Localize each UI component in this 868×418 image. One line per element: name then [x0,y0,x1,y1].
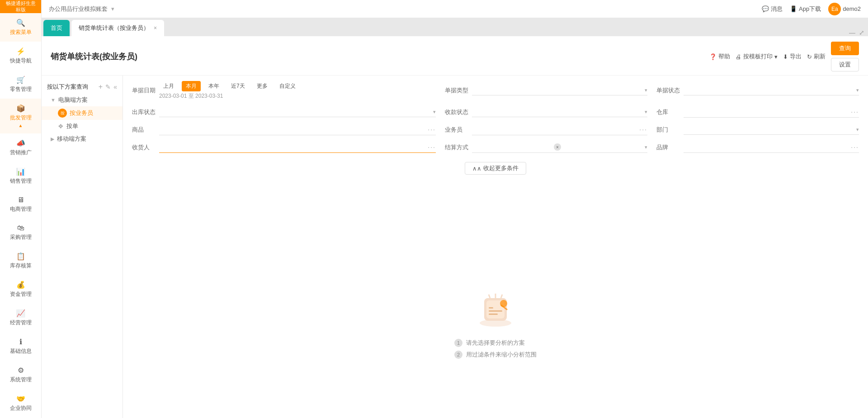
sidebar-item-finance[interactable]: 💰 资金管理 [0,275,41,304]
user-menu[interactable]: Ea demo2 [828,3,861,15]
panel-tree-single-item[interactable]: ❖ 按单 [42,120,123,133]
empty-hints: 1 请先选择要分析的方案 2 用过滤条件来缩小分析范围 [454,339,537,359]
export-label: 导出 [790,52,802,61]
print-label: 按模板打印 [743,52,773,61]
sidebar-item-ecommerce[interactable]: 🖥 电商管理 [0,190,41,218]
sidebar-item-basics[interactable]: ℹ 基础信息 [0,332,41,361]
panel-mobile-section[interactable]: ▶ 移动端方案 [42,133,123,145]
sidebar-item-purchase[interactable]: 🛍 采购管理 [0,218,41,247]
messages-button[interactable]: 💬 消息 [762,5,783,13]
filter-date-item: 单据日期 上月 本月 本年 近7天 更多 自定义 [132,81,436,100]
date-btn-current-month[interactable]: 本月 [182,81,201,91]
filter-row-3: 商品 ··· 业务员 ··· [132,124,859,135]
expand-tab-icon[interactable]: ⤢ [859,29,864,36]
query-button[interactable]: 查询 [831,42,859,55]
page-actions: ❓ 帮助 🖨 按模板打印 ▾ ⬇ 导出 ↻ 刷新 [709,42,859,71]
settings-button[interactable]: 设置 [831,58,859,71]
sidebar-item-system[interactable]: ⚙ 系统管理 [0,361,41,389]
panel-tree-staff-item[interactable]: 按 按业务员 [42,106,123,120]
sidebar-item-label: 批发管理 [10,114,32,122]
payment-label: 结算方式 [445,143,472,152]
brand-label: 品牌 [656,143,684,152]
receiptstatus-label: 收款状态 [445,108,472,116]
collapse-row: ∧∧ 收起更多条件 [132,159,859,180]
topbar: 办公用品行业模拟账套 ▾ 💬 消息 📱 App下载 Ea demo2 [42,0,868,18]
filter-payment-item: 结算方式 × ▾ [445,142,647,153]
sidebar-item-wholesale[interactable]: 📦 批发管理 ▲ [0,99,41,133]
panel-edit-icon[interactable]: ✎ [105,83,111,90]
payment-control[interactable]: × ▾ [472,142,647,153]
doctype-label: 单据类型 [445,86,472,95]
goods-label: 商品 [132,126,159,134]
search-icon: 🔍 [16,19,25,27]
doctype-control[interactable]: ▾ [472,86,647,95]
sidebar-item-sales[interactable]: 📊 销售管理 [0,162,41,190]
receiver-control[interactable]: ··· [159,142,436,153]
panel-add-icon[interactable]: + [99,83,103,91]
date-btn-custom[interactable]: 自定义 [275,81,300,91]
left-panel: 按以下方案查询 + ✎ « ▼ 电脑端方案 按 按业务员 [42,76,123,418]
tab-close-icon[interactable]: × [154,25,157,31]
refresh-button[interactable]: ↻ 刷新 [807,52,826,61]
panel-pc-label: 电脑端方案 [58,96,88,104]
docstatus-control[interactable]: ▾ [684,86,859,95]
help-button[interactable]: ❓ 帮助 [709,52,730,61]
export-icon: ⬇ [783,53,788,60]
payment-clear-button[interactable]: × [554,143,561,151]
panel-header-title: 按以下方案查询 [47,83,88,91]
minimize-tab-icon[interactable]: — [849,29,855,36]
hint-num-2: 2 [454,351,462,359]
hint-text-1: 请先选择要分析的方案 [466,339,525,347]
sidebar-item-inventory[interactable]: 📋 库存核算 [0,247,41,275]
receiver-label: 收货人 [132,143,159,152]
dept-chevron: ▾ [856,127,859,133]
export-button[interactable]: ⬇ 导出 [783,52,802,61]
warehouse-dots[interactable]: ··· [851,108,859,115]
inventory-icon: 📋 [16,252,25,261]
sidebar-item-marketing[interactable]: 📣 营销推广 [0,133,41,162]
print-button[interactable]: 🖨 按模板打印 ▾ [736,52,778,61]
print-chevron: ▾ [774,53,778,60]
sidebar-item-retail[interactable]: 🛒 零售管理 [0,70,41,99]
right-section: 单据日期 上月 本月 本年 近7天 更多 自定义 [123,76,868,418]
brand-dots[interactable]: ··· [851,143,859,151]
single-plan-icon: ❖ [58,123,64,130]
dropdown-chevron[interactable]: ▾ [111,5,114,12]
filter-row-4: 收货人 ··· 结算方式 × [132,142,859,153]
receiver-dots[interactable]: ··· [428,143,436,151]
filter-staff-item: 业务员 ··· [445,124,647,135]
print-icon: 🖨 [736,53,741,60]
topbar-right: 💬 消息 📱 App下载 Ea demo2 [762,3,861,15]
sales-icon: 📊 [16,167,25,176]
staff-control[interactable]: ··· [472,124,647,135]
tab-sales-stats[interactable]: 销货单统计表（按业务员） × [71,20,164,36]
sidebar-item-quicknav[interactable]: ⚡ 快捷导航 [0,42,41,70]
date-btn-7days[interactable]: 近7天 [227,81,249,91]
sidebar-item-operation[interactable]: 📈 经营管理 [0,304,41,332]
tab-home[interactable]: 首页 [43,20,70,36]
outstatus-chevron: ▾ [433,109,436,115]
warehouse-control[interactable]: ··· [684,106,859,118]
collapse-label: 收起更多条件 [483,164,519,172]
tab-home-label: 首页 [51,24,62,32]
dept-control[interactable]: ▾ [684,125,859,135]
outstatus-control[interactable]: ▾ [159,107,436,117]
staff-dots[interactable]: ··· [639,126,647,133]
app-download-button[interactable]: 📱 App下载 [790,5,821,13]
sidebar-item-search[interactable]: 🔍 搜索菜单 [0,13,41,42]
brand-control[interactable]: ··· [684,142,859,153]
payment-chevron: ▾ [645,144,647,150]
date-btn-year[interactable]: 本年 [204,81,223,91]
docstatus-chevron: ▾ [856,87,859,93]
date-btn-last-month[interactable]: 上月 [159,81,178,91]
ecommerce-icon: 🖥 [17,196,24,204]
receiptstatus-control[interactable]: ▾ [472,107,647,117]
sidebar-item-corp-collab[interactable]: 🤝 企业协同 [0,389,41,418]
panel-tree-pc-section[interactable]: ▼ 电脑端方案 [42,94,123,106]
goods-dots[interactable]: ··· [428,126,436,133]
sidebar-item-label: 资金管理 [10,290,32,298]
goods-control[interactable]: ··· [159,124,436,135]
panel-collapse-icon[interactable]: « [113,83,117,90]
date-btn-more[interactable]: 更多 [253,81,272,91]
collapse-button[interactable]: ∧∧ 收起更多条件 [465,162,526,175]
